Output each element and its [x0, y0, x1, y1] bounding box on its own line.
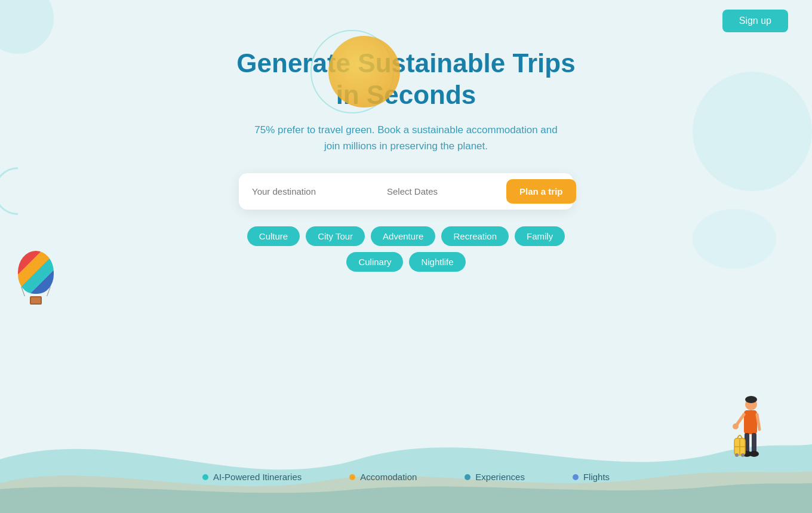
svg-rect-7: [752, 433, 756, 454]
feature-label: AI-Powered Itineraries: [213, 472, 302, 482]
dates-input[interactable]: [381, 183, 506, 200]
tag-recreation[interactable]: Recreation: [441, 226, 509, 246]
tag-culture[interactable]: Culture: [247, 226, 300, 246]
destination-input[interactable]: [246, 183, 371, 200]
balloon-basket: [30, 296, 42, 305]
tag-city-tour[interactable]: City Tour: [306, 226, 365, 246]
hero-subtitle: 75% prefer to travel green. Book a susta…: [251, 122, 561, 154]
svg-rect-2: [744, 410, 757, 434]
tag-adventure[interactable]: Adventure: [371, 226, 435, 246]
svg-point-1: [745, 396, 757, 403]
feature-item-accomodation: Accomodation: [349, 472, 417, 482]
hero-section: Generate Sustainable Trips in Seconds 75…: [0, 42, 812, 272]
svg-point-14: [741, 453, 745, 457]
hero-title: Generate Sustainable Trips in Seconds: [236, 48, 575, 111]
feature-label: Flights: [583, 472, 610, 482]
feature-label: Experiences: [475, 472, 525, 482]
feature-item-flights: Flights: [573, 472, 610, 482]
tag-family[interactable]: Family: [515, 226, 565, 246]
feature-item-experiences: Experiences: [465, 472, 525, 482]
svg-point-13: [735, 453, 739, 457]
wave-dark-svg: [0, 477, 812, 513]
signup-button[interactable]: Sign up: [722, 10, 788, 32]
feature-dot: [349, 474, 355, 480]
feature-label: Accomodation: [360, 472, 417, 482]
page-wrapper: Sign up Generate Sustainable Trips in Se…: [0, 0, 812, 513]
tags-row-1: CultureCity TourAdventureRecreationFamil…: [247, 226, 565, 246]
features-bar: AI-Powered ItinerariesAccomodationExperi…: [0, 472, 812, 482]
search-bar: Plan a trip: [239, 173, 573, 210]
feature-dot: [465, 474, 470, 480]
balloon-illustration: [12, 251, 60, 311]
tag-culinary[interactable]: Culinary: [346, 252, 403, 272]
plan-trip-button[interactable]: Plan a trip: [506, 179, 576, 204]
tag-nightlife[interactable]: Nightlife: [409, 252, 465, 272]
svg-point-9: [749, 451, 759, 457]
tags-row-2: CulinaryNightlife: [346, 252, 465, 272]
navbar: Sign up: [0, 0, 812, 42]
deco-circle-large: [328, 36, 400, 107]
traveler-illustration: [728, 394, 764, 477]
svg-line-4: [757, 414, 759, 429]
feature-dot: [202, 474, 208, 480]
feature-dot: [573, 474, 579, 480]
feature-item-ai-powered-itineraries: AI-Powered Itineraries: [202, 472, 302, 482]
svg-point-5: [733, 423, 739, 429]
waves-decoration: [0, 382, 812, 513]
